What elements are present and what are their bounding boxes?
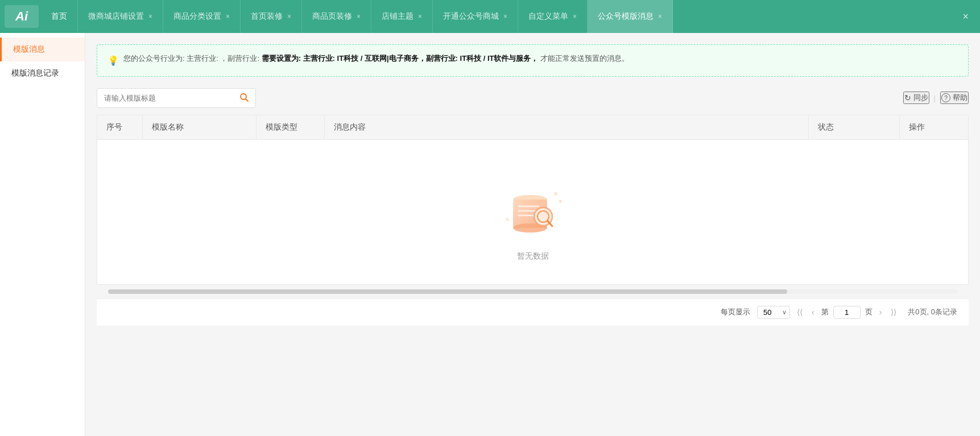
help-button[interactable]: ? 帮助 [940,92,969,104]
svg-point-13 [506,218,509,221]
search-input[interactable] [97,90,234,106]
tab-home-decor[interactable]: 首页装修 × [241,0,302,33]
close-custom-menu-icon[interactable]: × [573,13,577,20]
close-home-decor-icon[interactable]: × [287,13,291,20]
notice-text: 您的公众号行业为: 主营行业: ，副营行业: 需要设置为: 主营行业: IT科技… [123,53,629,65]
tab-store-theme[interactable]: 店铺主题 × [371,0,433,33]
page-label: 第 [821,307,829,317]
sync-icon: ↻ [904,93,911,102]
data-table: 序号 模版名称 模版类型 消息内容 状态 操作 [97,115,969,285]
col-content: 消息内容 [325,115,809,139]
tab-template-msg[interactable]: 公众号模版消息 × [588,0,673,33]
next-page-button[interactable]: › [877,306,884,318]
brand-logo: Ai [5,5,39,28]
search-icon [239,93,249,102]
close-category-settings-icon[interactable]: × [226,13,230,20]
prev-page-button[interactable]: ‹ [809,306,817,318]
close-template-msg-icon[interactable]: × [658,13,662,20]
empty-illustration [499,174,567,242]
sidebar: 模版消息 模版消息记录 [0,33,85,436]
per-page-select[interactable]: 10 20 50 100 [757,306,790,319]
toolbar-divider: | [934,94,936,102]
content-area: 💡 您的公众号行业为: 主营行业: ，副营行业: 需要设置为: 主营行业: IT… [85,33,980,436]
page-suffix: 页 [865,307,873,317]
scroll-thumb[interactable] [108,289,787,294]
empty-text: 暂无数据 [517,251,549,261]
help-icon: ? [941,93,950,102]
sidebar-item-template-msg-log[interactable]: 模版消息记录 [0,61,85,85]
svg-point-12 [559,200,561,202]
col-index: 序号 [97,115,143,139]
per-page-label: 每页显示 [721,307,750,317]
svg-point-11 [554,192,557,196]
search-button[interactable] [234,89,254,107]
close-store-theme-icon[interactable]: × [418,13,422,20]
per-page-select-wrap: 10 20 50 100 [757,306,790,319]
right-actions: ↻ 同步 | ? 帮助 [903,92,969,104]
close-product-decor-icon[interactable]: × [357,13,361,20]
tab-product-decor[interactable]: 商品页装修 × [302,0,371,33]
pagination: 每页显示 10 20 50 100 ⟨⟨ ‹ 第 页 › ⟩⟩ 共0页, 0条记… [97,298,969,326]
notice-icon: 💡 [107,53,119,68]
sync-button[interactable]: ↻ 同步 [903,92,929,104]
close-store-settings-icon[interactable]: × [148,13,152,20]
tab-store-settings[interactable]: 微商城店铺设置 × [78,0,163,33]
search-row: ↻ 同步 | ? 帮助 [97,88,969,108]
total-records: 共0页, 0条记录 [908,307,957,317]
search-input-wrap [97,88,256,108]
tab-custom-menu[interactable]: 自定义菜单 × [518,0,588,33]
svg-line-1 [246,99,248,101]
col-action: 操作 [900,115,968,139]
empty-state: 暂无数据 [97,140,968,284]
tab-bar: Ai 首页 微商城店铺设置 × 商品分类设置 × 首页装修 × 商品页装修 × … [0,0,980,33]
close-open-store-icon[interactable]: × [503,13,507,20]
first-page-button[interactable]: ⟨⟨ [795,306,805,318]
tab-home[interactable]: 首页 [41,0,78,33]
notice-box: 💡 您的公众号行业为: 主营行业: ，副营行业: 需要设置为: 主营行业: IT… [97,44,969,77]
tab-open-store[interactable]: 开通公众号商城 × [433,0,518,33]
sidebar-item-template-msg[interactable]: 模版消息 [0,38,85,61]
table-header: 序号 模版名称 模版类型 消息内容 状态 操作 [97,115,968,140]
horizontal-scrollbar[interactable] [108,289,957,294]
close-all-tabs-button[interactable]: × [956,11,975,23]
col-type: 模版类型 [257,115,325,139]
tab-category-settings[interactable]: 商品分类设置 × [163,0,241,33]
last-page-button[interactable]: ⟩⟩ [888,306,899,318]
col-name: 模版名称 [143,115,257,139]
col-status: 状态 [809,115,900,139]
main-layout: 模版消息 模版消息记录 💡 您的公众号行业为: 主营行业: ，副营行业: 需要设… [0,33,980,436]
page-number-input[interactable] [833,306,861,319]
